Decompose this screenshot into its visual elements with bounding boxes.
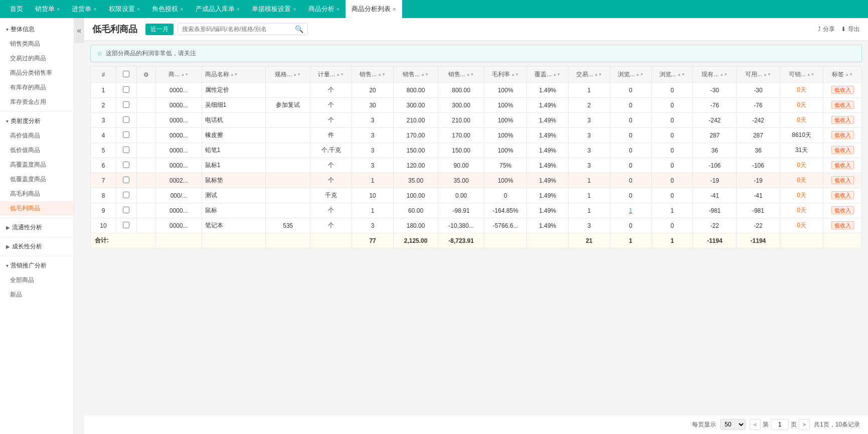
close-product-receipt-icon[interactable]: × [237,6,240,12]
sidebar-section-growth[interactable]: ▶ 成长性分析 [0,239,74,254]
prev-page-button[interactable]: ＜ [750,419,761,430]
settings-gear-icon[interactable]: ⚙ [143,71,149,78]
close-role-auth-icon[interactable]: × [180,6,183,12]
row-checkbox[interactable] [123,147,129,153]
col-header-trans[interactable]: 交易...▲▼ [568,67,610,83]
row-checkbox[interactable] [123,86,129,93]
row-checkbox[interactable] [123,162,129,168]
salable-days: 0天 [797,101,806,108]
row-checkbox-cell[interactable] [116,143,136,158]
row-num: 9 [91,203,116,218]
col-header-avail[interactable]: 可用...▲▼ [737,67,780,83]
nav-permission-settings[interactable]: 权限设置 × [103,0,146,18]
row-name: 笔记本 [202,218,265,233]
row-tag: 低收入 [823,158,862,173]
sidebar-item-all-products[interactable]: 全部商品 [0,273,74,287]
footer-row: 合计: 77 2,125.00 -8,723.91 21 1 1 -1194 [91,233,862,248]
row-margin: 100% [484,98,527,113]
sidebar-item-inventory-capital[interactable]: 库存资金占用 [0,95,74,109]
row-checkbox[interactable] [123,207,129,213]
sidebar-section-liquidity[interactable]: ▶ 流通性分析 [0,220,74,235]
col-header-view1[interactable]: 浏览...▲▼ [610,67,651,83]
per-page-select[interactable]: 50 100 200 [720,419,746,430]
nav-role-auth[interactable]: 角色授权 × [146,0,189,18]
col-header-salable[interactable]: 可销...▲▼ [780,67,823,83]
sidebar-section-class-analysis[interactable]: ▾ 类射度分析 [0,114,74,128]
row-sales-qty: 3 [352,113,394,128]
row-name: 电话机 [202,113,265,128]
nav-home[interactable]: 首页 [4,0,29,18]
col-header-sales-qty[interactable]: 销售...▲▼ [352,67,394,83]
row-checkbox[interactable] [123,192,129,198]
row-code: 0000... [155,158,202,173]
col-header-settings[interactable]: ⚙ [136,67,155,83]
row-spec [266,203,310,218]
filter-recent-month-button[interactable]: 近一月 [145,24,173,35]
nav-sales-order[interactable]: 销货单 × [29,0,66,18]
sidebar-item-sales-products[interactable]: 销售类商品 [0,37,74,51]
col-header-cover[interactable]: 覆盖...▲▼ [527,67,569,83]
sidebar-item-high-value[interactable]: 高价值商品 [0,128,74,143]
sidebar-item-traded-products[interactable]: 交易过的商品 [0,51,74,66]
nav-product-receipt[interactable]: 产成品入库单 × [190,0,246,18]
sidebar-collapse-button[interactable]: « [74,18,84,43]
row-checkbox-cell[interactable] [116,218,136,233]
col-header-spec[interactable]: 规格...▲▼ [266,67,310,83]
sidebar-section-marketing[interactable]: ▾ 营销推广分析 [0,258,74,273]
col-header-unit[interactable]: 计量...▲▼ [310,67,352,83]
search-icon[interactable]: 🔍 [295,25,303,33]
close-permission-settings-icon[interactable]: × [137,6,140,12]
nav-product-analysis-list[interactable]: 商品分析列表 × [345,0,402,18]
row-checkbox[interactable] [123,222,129,228]
next-page-button[interactable]: ＞ [799,419,810,430]
row-checkbox-cell[interactable] [116,98,136,113]
row-checkbox-cell[interactable] [116,83,136,98]
col-header-margin[interactable]: 毛利率▲▼ [484,67,527,83]
close-product-analysis-icon[interactable]: × [336,6,339,12]
close-template-settings-icon[interactable]: × [293,6,296,12]
row-sales-price: 210.00 [394,113,438,128]
col-header-tag[interactable]: 标签▲▼ [823,67,862,83]
row-tag: 低收入 [823,143,862,158]
row-view2: 0 [651,113,693,128]
search-input[interactable] [182,26,295,33]
close-purchase-order-icon[interactable]: × [93,6,96,12]
share-button[interactable]: ⤴ 分享 [818,25,835,34]
sidebar-item-in-stock[interactable]: 有库存的商品 [0,80,74,95]
row-checkbox[interactable] [123,116,129,123]
sidebar-item-low-coverage[interactable]: 低覆盖度商品 [0,172,74,187]
sidebar-item-high-margin[interactable]: 高毛利商品 [0,187,74,201]
row-checkbox-cell[interactable] [116,188,136,203]
sidebar-item-category-rate[interactable]: 商品分类销售率 [0,66,74,80]
view1-link[interactable]: 1 [629,207,632,214]
row-checkbox-cell[interactable] [116,158,136,173]
sidebar-item-low-margin[interactable]: 低毛利商品 [0,201,74,216]
sidebar-item-new-products[interactable]: 新品 [0,287,74,302]
col-header-code[interactable]: 商...▲▼ [155,67,202,83]
close-sales-order-icon[interactable]: × [57,6,60,12]
row-checkbox-cell[interactable] [116,203,136,218]
nav-purchase-order[interactable]: 进货单 × [66,0,102,18]
sidebar-item-low-value[interactable]: 低价值商品 [0,143,74,158]
close-product-analysis-list-icon[interactable]: × [393,6,396,12]
row-checkbox-cell[interactable] [116,113,136,128]
col-header-view2[interactable]: 浏览...▲▼ [651,67,693,83]
select-all-checkbox[interactable] [123,71,129,77]
page-input[interactable] [771,419,789,430]
col-header-sales-price[interactable]: 销售...▲▼ [394,67,438,83]
row-checkbox[interactable] [123,177,129,183]
col-header-stock[interactable]: 现有...▲▼ [693,67,737,83]
row-checkbox[interactable] [123,131,129,138]
sidebar-section-overall[interactable]: ▾ 整体信息 [0,22,74,37]
row-checkbox-cell[interactable] [116,128,136,143]
row-checkbox-cell[interactable] [116,173,136,188]
col-header-name[interactable]: 商品名称▲▼ [202,67,265,83]
row-checkbox[interactable] [123,101,129,108]
export-button[interactable]: ⬇ 导出 [841,25,860,34]
nav-product-analysis[interactable]: 商品分析 × [302,0,345,18]
sidebar-item-high-coverage[interactable]: 高覆盖度商品 [0,158,74,172]
col-header-check[interactable] [116,67,136,83]
col-header-sales-profit[interactable]: 销售...▲▼ [438,67,484,83]
row-avail: -30 [737,83,780,98]
nav-template-settings[interactable]: 单据模板设置 × [246,0,302,18]
